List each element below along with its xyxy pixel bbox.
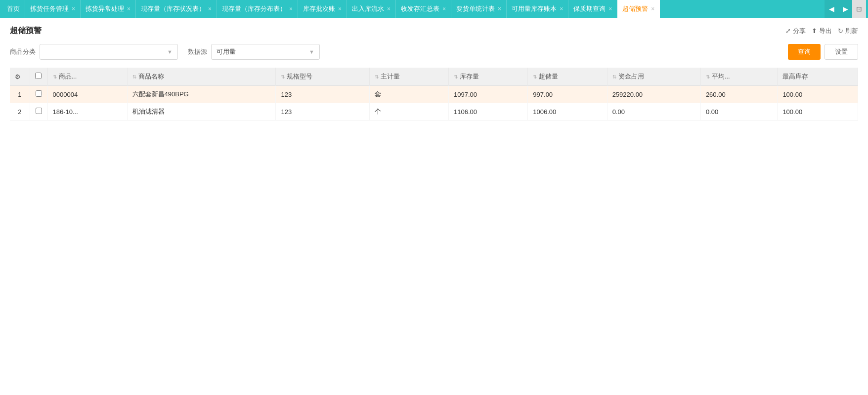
cell-spec: 123 — [276, 103, 369, 120]
nav-stock-batch[interactable]: 库存批次账 × — [298, 0, 347, 18]
nav-stock-status[interactable]: 现存量（库存状况表） × — [136, 0, 217, 18]
cell-stock: 1106.00 — [449, 103, 528, 120]
cell-unit: 个 — [369, 103, 448, 120]
share-icon: ⤢ — [785, 27, 791, 35]
nav-order-stats[interactable]: 要货单统计表 × — [451, 0, 507, 18]
cell-spec: 123 — [276, 86, 369, 103]
datasource-select[interactable]: 可用量 ▼ — [211, 44, 320, 60]
row-checkbox[interactable] — [36, 108, 42, 114]
col-stock[interactable]: ⇅ 库存量 — [449, 68, 528, 86]
col-checkbox[interactable] — [30, 68, 47, 86]
chevron-down-icon: ▼ — [167, 49, 173, 55]
table-body: 1 0000004 六配套新昌490BPG 123 套 1097.00 997.… — [10, 86, 858, 120]
sort-icon-product-name: ⇅ — [132, 74, 136, 79]
close-exception-handling[interactable]: × — [127, 5, 130, 12]
cell-capital: 259220.00 — [607, 86, 700, 103]
sort-icon-product-code: ⇅ — [53, 74, 57, 79]
nav-arrows: ◀ ▶ ⊡ — [825, 0, 866, 18]
col-avg[interactable]: ⇅ 平均... — [700, 68, 778, 86]
category-filter-group: 商品分类 ▼ — [10, 44, 178, 60]
nav-task-management[interactable]: 拣货任务管理 × — [25, 0, 81, 18]
nav-summary[interactable]: 收发存汇总表 × — [396, 0, 451, 18]
col-product-name[interactable]: ⇅ 商品名称 — [127, 68, 276, 86]
cell-product-name: 机油滤清器 — [127, 103, 276, 120]
datasource-filter-group: 数据源 可用量 ▼ — [188, 44, 320, 60]
page-header: 超储预警 ⤢ 分享 ⬆ 导出 ↻ 刷新 — [10, 26, 858, 36]
nav-left-arrow[interactable]: ◀ — [825, 0, 838, 18]
close-stock-status[interactable]: × — [208, 5, 212, 12]
col-capital[interactable]: ⇅ 资金占用 — [607, 68, 700, 86]
cell-avg: 260.00 — [700, 86, 778, 103]
col-over-stock[interactable]: ⇅ 超储量 — [528, 68, 607, 86]
filter-row: 商品分类 ▼ 数据源 可用量 ▼ 查询 设置 — [10, 44, 858, 60]
cell-max-stock: 100.00 — [778, 103, 858, 120]
row-number: 2 — [10, 103, 30, 120]
export-button[interactable]: ⬆ 导出 — [812, 27, 832, 36]
sort-icon-over-stock: ⇅ — [533, 74, 537, 79]
share-button[interactable]: ⤢ 分享 — [785, 27, 806, 36]
cell-product-code: 0000004 — [47, 86, 127, 103]
top-navigation: 首页 拣货任务管理 × 拣货异常处理 × 现存量（库存状况表） × 现存量（库存… — [0, 0, 868, 18]
cell-product-code: 186-10... — [47, 103, 127, 120]
nav-inout-flow[interactable]: 出入库流水 × — [347, 0, 396, 18]
sort-icon-unit: ⇅ — [375, 74, 379, 79]
category-select[interactable]: ▼ — [40, 44, 178, 60]
table-row: 2 186-10... 机油滤清器 123 个 1106.00 1006.00 … — [10, 103, 858, 120]
row-checkbox-cell[interactable] — [30, 86, 47, 103]
sort-icon-stock: ⇅ — [454, 74, 458, 79]
header-actions: ⤢ 分享 ⬆ 导出 ↻ 刷新 — [785, 27, 858, 36]
query-button[interactable]: 查询 — [788, 44, 821, 60]
col-product-code[interactable]: ⇅ 商品... — [47, 68, 127, 86]
table-row: 1 0000004 六配套新昌490BPG 123 套 1097.00 997.… — [10, 86, 858, 103]
filter-buttons: 查询 设置 — [788, 44, 858, 60]
col-max-stock: 最高库存 — [778, 68, 858, 86]
nav-right-arrow[interactable]: ▶ — [838, 0, 852, 18]
cell-max-stock: 100.00 — [778, 86, 858, 103]
nav-expand-arrow[interactable]: ⊡ — [852, 0, 866, 18]
cell-product-name: 六配套新昌490BPG — [127, 86, 276, 103]
nav-available-stock[interactable]: 可用量库存账本 × — [507, 0, 568, 18]
close-inout-flow[interactable]: × — [387, 5, 391, 12]
export-icon: ⬆ — [812, 27, 817, 35]
close-shelf-life[interactable]: × — [608, 5, 612, 12]
close-order-stats[interactable]: × — [498, 5, 501, 12]
row-number: 1 — [10, 86, 30, 103]
datasource-select-text: 可用量 — [217, 47, 236, 56]
close-overstock-warning[interactable]: × — [651, 5, 654, 12]
select-all-checkbox[interactable] — [35, 73, 42, 79]
datasource-chevron-icon: ▼ — [309, 49, 314, 55]
close-task-management[interactable]: × — [72, 5, 75, 12]
cell-over-stock: 1006.00 — [528, 103, 607, 120]
nav-exception-handling[interactable]: 拣货异常处理 × — [81, 0, 136, 18]
sort-icon-spec: ⇅ — [281, 74, 285, 79]
table-header-row: ⚙ ⇅ 商品... ⇅ 商品名称 — [10, 68, 858, 86]
col-settings[interactable]: ⚙ — [10, 68, 30, 86]
sort-icon-capital: ⇅ — [612, 74, 616, 79]
close-summary[interactable]: × — [442, 5, 446, 12]
page-content: 超储预警 ⤢ 分享 ⬆ 导出 ↻ 刷新 商品分类 ▼ 数据源 — [0, 18, 868, 395]
category-label: 商品分类 — [10, 47, 36, 56]
col-unit[interactable]: ⇅ 主计量 — [369, 68, 448, 86]
page-title: 超储预警 — [10, 26, 42, 36]
data-table: ⚙ ⇅ 商品... ⇅ 商品名称 — [10, 68, 858, 120]
settings-icon: ⚙ — [15, 73, 21, 80]
col-spec[interactable]: ⇅ 规格型号 — [276, 68, 369, 86]
nav-stock-distribution[interactable]: 现存量（库存分布表） × — [217, 0, 298, 18]
cell-unit: 套 — [369, 86, 448, 103]
cell-stock: 1097.00 — [449, 86, 528, 103]
close-available-stock[interactable]: × — [560, 5, 563, 12]
sort-icon-avg: ⇅ — [706, 74, 710, 79]
close-stock-distribution[interactable]: × — [289, 5, 293, 12]
nav-shelf-life[interactable]: 保质期查询 × — [568, 0, 617, 18]
refresh-button[interactable]: ↻ 刷新 — [838, 27, 858, 36]
settings-button[interactable]: 设置 — [825, 44, 858, 60]
refresh-icon: ↻ — [838, 27, 843, 35]
cell-avg: 0.00 — [700, 103, 778, 120]
row-checkbox[interactable] — [36, 90, 42, 97]
nav-home[interactable]: 首页 — [2, 0, 25, 18]
datasource-label: 数据源 — [188, 47, 207, 56]
row-checkbox-cell[interactable] — [30, 103, 47, 120]
close-stock-batch[interactable]: × — [338, 5, 342, 12]
cell-capital: 0.00 — [607, 103, 700, 120]
nav-overstock-warning[interactable]: 超储预警 × — [617, 0, 660, 18]
